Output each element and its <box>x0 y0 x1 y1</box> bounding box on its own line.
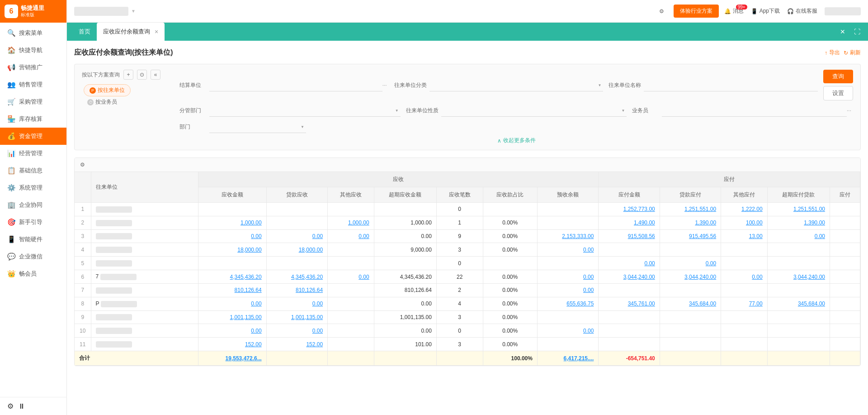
refresh-btn[interactable]: ↻ 刷新 <box>844 49 861 57</box>
customer-service-btn[interactable]: 🎧 在线客服 <box>787 7 817 15</box>
table-cell[interactable]: 810,126.64 <box>266 283 327 297</box>
industry-solution-btn[interactable]: 体验行业方案 <box>674 5 719 18</box>
table-cell[interactable]: 0.00 <box>328 229 374 243</box>
table-cell[interactable]: 152.00 <box>266 338 327 351</box>
filter-tab-salesperson[interactable]: ⏱ 按业务员 <box>82 96 172 108</box>
table-cell[interactable]: 4,345,436.20 <box>198 270 266 284</box>
sidebar-item-quicknav[interactable]: 🏠 快捷导航 <box>0 42 66 59</box>
footer-collapse-icon[interactable]: ⏸ <box>18 402 25 410</box>
partner-category-select[interactable] <box>429 79 604 91</box>
table-cell[interactable]: 1,001,135.00 <box>266 310 327 324</box>
footer-settings-icon[interactable]: ⚙ <box>7 402 14 410</box>
dept-select[interactable] <box>209 120 306 133</box>
app-download-btn[interactable]: 📱 App下载 <box>751 7 780 15</box>
table-cell[interactable]: 0.00 <box>198 229 266 243</box>
table-cell[interactable]: 0.00 <box>599 257 660 270</box>
table-cell[interactable]: 655,636.75 <box>537 297 598 310</box>
table-scroll-container[interactable]: 往来单位 应收 应付 应收金额 贷款应收 其他应收 超期应收金额 应收笔数 应收… <box>75 172 860 366</box>
sidebar-item-basic[interactable]: 📋 基础信息 <box>0 162 66 179</box>
sidebar-item-purchase[interactable]: 🛒 采购管理 <box>0 93 66 110</box>
tab-maximize-btn[interactable]: ⛶ <box>852 26 863 37</box>
export-btn[interactable]: ↑ 导出 <box>825 49 840 57</box>
table-cell[interactable]: 345,761.00 <box>599 297 660 310</box>
table-cell[interactable]: 0.00 <box>266 229 327 243</box>
sidebar-item-member[interactable]: 👑 畅会员 <box>0 265 66 282</box>
table-cell[interactable]: 77.00 <box>721 297 768 310</box>
table-cell[interactable]: 0.00 <box>198 297 266 310</box>
table-cell[interactable]: 13.00 <box>721 229 768 243</box>
sidebar-item-operations[interactable]: 📊 经营管理 <box>0 145 66 162</box>
dept-head-select[interactable] <box>209 104 401 117</box>
table-cell[interactable]: 1,390.00 <box>767 216 830 229</box>
table-cell[interactable]: 1,252,773.00 <box>599 203 660 216</box>
sidebar-item-hardware[interactable]: 📱 智能硬件 <box>0 231 66 248</box>
tab-close-window-btn[interactable]: ✕ <box>837 26 848 37</box>
sidebar-item-finance[interactable]: 💰 资金管理 <box>0 128 66 145</box>
messages-btn[interactable]: 🔔 消息 99+ <box>724 7 744 15</box>
sidebar-item-inventory[interactable]: 🏪 库存核算 <box>0 110 66 128</box>
query-btn[interactable]: 查询 <box>823 70 853 83</box>
filter-collapse-btn[interactable]: « <box>151 70 160 80</box>
sidebar-item-enterprise[interactable]: 🏢 企业协同 <box>0 196 66 214</box>
table-cell[interactable]: 18,000.00 <box>198 243 266 257</box>
filter-add-btn[interactable]: + <box>123 70 133 80</box>
settings-btn[interactable]: 设置 <box>823 86 853 100</box>
table-cell[interactable]: 1,000.00 <box>328 216 374 229</box>
table-cell[interactable]: 0.00 <box>266 297 327 310</box>
salesperson-input[interactable] <box>662 104 847 117</box>
table-cell[interactable]: 1,490.00 <box>599 216 660 229</box>
tab-home[interactable]: 首页 <box>72 23 97 41</box>
table-cell[interactable]: 2,153,333.00 <box>537 229 598 243</box>
table-cell[interactable]: 4,345,436.20 <box>266 270 327 284</box>
table-cell[interactable]: 0.00 <box>198 324 266 338</box>
table-cell[interactable]: 0.00 <box>721 270 768 284</box>
partner-nature-select[interactable] <box>441 104 627 117</box>
table-cell[interactable]: 1,251,551.00 <box>660 203 721 216</box>
table-cell[interactable]: 1,000.00 <box>198 216 266 229</box>
table-cell[interactable]: 915,508.56 <box>599 229 660 243</box>
summary-rec-prepay[interactable]: 6,417,215.... <box>537 351 598 366</box>
table-cell[interactable]: 345,684.00 <box>660 297 721 310</box>
salesperson-dots-btn[interactable]: ··· <box>847 107 851 114</box>
table-cell[interactable]: 3,044,240.00 <box>660 270 721 284</box>
table-cell[interactable]: 915,495.56 <box>660 229 721 243</box>
table-cell[interactable]: 152.00 <box>198 338 266 351</box>
table-cell[interactable]: 18,000.00 <box>266 243 327 257</box>
table-cell[interactable]: 3,044,240.00 <box>767 270 830 284</box>
table-cell[interactable]: 1,001,135.00 <box>198 310 266 324</box>
summary-rec-total[interactable]: 19,553,472.6... <box>198 351 266 366</box>
partner-name-input[interactable] <box>644 79 818 91</box>
sidebar-item-sales[interactable]: 👥 销售管理 <box>0 76 66 93</box>
filter-config-btn[interactable]: ⊙ <box>137 70 147 80</box>
table-cell[interactable]: 0.00 <box>537 243 598 257</box>
filter-collapse-btn[interactable]: ∧ 收起更多条件 <box>179 133 853 144</box>
sidebar-item-system[interactable]: ⚙️ 系统管理 <box>0 179 66 196</box>
table-cell[interactable]: 3,044,240.00 <box>599 270 660 284</box>
table-cell[interactable]: 810,126.64 <box>198 283 266 297</box>
settlement-dots-btn[interactable]: ··· <box>382 82 387 88</box>
table-cell[interactable]: 0.00 <box>537 270 598 284</box>
tab-query[interactable]: 应收应付余额查询 × <box>97 23 165 41</box>
sidebar-item-wechat[interactable]: 💬 企业微信 <box>0 248 66 265</box>
sidebar-item-search[interactable]: 🔍 搜索菜单 <box>0 24 66 42</box>
table-cell[interactable]: 1,390.00 <box>660 216 721 229</box>
table-cell[interactable]: 345,684.00 <box>767 297 830 310</box>
table-cell <box>483 257 537 270</box>
table-settings-icon[interactable]: ⚙ <box>80 162 85 168</box>
table-cell[interactable]: 0.00 <box>328 270 374 284</box>
table-cell[interactable]: 100.00 <box>721 216 768 229</box>
table-cell[interactable]: 0.00 <box>537 283 598 297</box>
tab-close-icon[interactable]: × <box>155 28 158 35</box>
table-cell[interactable]: 0.00 <box>767 229 830 243</box>
topbar-settings-btn[interactable]: ⚙ <box>656 5 668 18</box>
filter-tab-partner[interactable]: P 按往来单位 <box>84 84 131 96</box>
table-cell[interactable]: 0.00 <box>266 324 327 338</box>
table-cell[interactable]: 1,251,551.00 <box>767 203 830 216</box>
sidebar-item-guide[interactable]: 🎯 新手引导 <box>0 214 66 231</box>
settlement-unit-input[interactable] <box>209 79 382 91</box>
sidebar-item-marketing[interactable]: 📢 营销推广 <box>0 59 66 76</box>
table-cell[interactable]: 1,222.00 <box>721 203 768 216</box>
table-cell[interactable]: 0.00 <box>660 257 721 270</box>
user-info[interactable] <box>825 7 861 15</box>
table-cell[interactable]: 0.00 <box>537 324 598 338</box>
